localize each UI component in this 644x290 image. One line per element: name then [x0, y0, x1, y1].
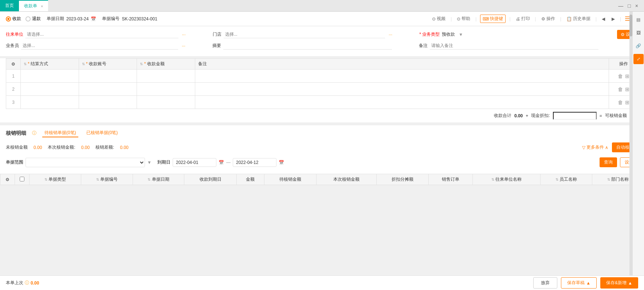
filter-row: 单据范围 ▼ 到期日 📅 — 📅 查询 设置: [6, 154, 638, 170]
save-new-arrow-icon[interactable]: ▲: [628, 281, 632, 286]
save-draft-label: 保存草稿: [567, 280, 585, 286]
row1-account[interactable]: [79, 70, 137, 83]
row3-note[interactable]: [195, 96, 609, 109]
refund-radio[interactable]: 退款: [25, 16, 41, 22]
shortcut-btn[interactable]: ⌨ 快捷键: [480, 15, 506, 23]
table-row: 2 🗑 ⊞: [6, 83, 638, 96]
available-label: 可核销金额: [605, 113, 627, 119]
maximize-icon[interactable]: □: [628, 3, 631, 9]
row1-copy-icon[interactable]: ⊞: [625, 73, 629, 79]
date-value[interactable]: 2023-03-24: [66, 16, 89, 21]
more-conditions-btn[interactable]: ▽ 更多条件 ∧: [582, 144, 608, 150]
row3-copy-icon[interactable]: ⊞: [625, 99, 629, 105]
recon-header: 核销明细 ⓘ 待核销单据(0笔) 已核销单据(0笔): [6, 129, 638, 137]
save-new-label: 保存&新增: [606, 280, 627, 286]
discard-btn[interactable]: 放弃: [533, 277, 557, 289]
bottom-th-sales-order: 销售订单: [429, 174, 473, 185]
right-expand-icon[interactable]: ⤢: [633, 54, 644, 64]
bottom-th-checkbox[interactable]: [15, 174, 30, 185]
scope-dropdown-icon[interactable]: ▼: [147, 160, 152, 165]
store-input[interactable]: [224, 31, 385, 38]
save-new-btn[interactable]: 保存&新增 ▲: [600, 277, 638, 289]
print-icon: 🖨: [516, 16, 520, 21]
store-more-icon[interactable]: ···: [389, 32, 392, 37]
right-panel: ▤ 🖼 🔗 ⤢: [632, 12, 644, 290]
row2-account[interactable]: [79, 83, 137, 96]
recon-info-icon[interactable]: ⓘ: [32, 130, 36, 136]
salesman-input[interactable]: [21, 42, 178, 50]
row3-delete-icon[interactable]: 🗑: [618, 99, 623, 105]
help-btn[interactable]: ⊙ 帮助: [455, 15, 472, 23]
right-image-icon[interactable]: 🖼: [633, 28, 644, 38]
row2-note[interactable]: [195, 83, 609, 96]
right-table-icon[interactable]: ▤: [633, 15, 644, 25]
settings-icon: ⚙: [621, 32, 625, 37]
row2-settlement[interactable]: [21, 83, 79, 96]
recon-title: 核销明细: [6, 130, 26, 137]
print-btn[interactable]: 🖨 打印: [514, 15, 531, 23]
completed-tab[interactable]: 已核销单据(0笔): [84, 129, 120, 137]
date-from-input[interactable]: [173, 158, 216, 167]
select-all-checkbox[interactable]: [20, 177, 24, 181]
receipt-radio[interactable]: 收款: [6, 16, 21, 22]
th-amount: ⇅ * 收款金额: [137, 59, 195, 70]
date-from-calendar-icon[interactable]: 📅: [219, 160, 224, 165]
row3-amount[interactable]: [137, 96, 195, 109]
window-close-icon[interactable]: ×: [635, 3, 638, 9]
history-btn[interactable]: 📋 历史单据: [565, 15, 592, 23]
shortcut-label: 快捷键: [490, 16, 503, 22]
tab-close-icon[interactable]: ×: [41, 4, 43, 8]
pending-tab[interactable]: 待核销单据(0笔): [42, 129, 78, 137]
tab-receipt[interactable]: 收款单 ×: [19, 0, 48, 11]
row2-amount[interactable]: [137, 83, 195, 96]
row2-delete-icon[interactable]: 🗑: [618, 86, 623, 92]
scope-select[interactable]: [25, 158, 145, 167]
operation-btn[interactable]: ⚙ 操作: [540, 15, 557, 23]
nav-next-btn[interactable]: ▶: [610, 16, 616, 22]
list-icon[interactable]: ☰: [625, 15, 630, 22]
number-value[interactable]: SK-20230324-001: [122, 16, 157, 21]
date-to-calendar-icon[interactable]: 📅: [279, 160, 284, 165]
summary-input[interactable]: [223, 42, 392, 50]
salesman-more-icon[interactable]: ···: [182, 43, 185, 48]
scrollbar-track[interactable]: [629, 12, 632, 275]
business-type-dropdown-icon[interactable]: ▼: [459, 32, 463, 37]
more-conditions-label: 更多条件: [586, 144, 604, 150]
bottom-th-gear[interactable]: ⚙: [0, 174, 15, 185]
query-btn[interactable]: 查询: [600, 157, 617, 167]
right-link-icon[interactable]: 🔗: [633, 41, 644, 51]
nav-prev-btn[interactable]: ◀: [600, 16, 606, 22]
row1-amount[interactable]: [137, 70, 195, 83]
note-input[interactable]: [430, 42, 598, 50]
save-draft-arrow-icon[interactable]: ▲: [586, 281, 590, 286]
row2-copy-icon[interactable]: ⊞: [625, 86, 629, 92]
row3-index: 3: [6, 96, 21, 109]
footer-buttons: 放弃 保存草稿 ▲ 保存&新增 ▲: [533, 277, 638, 289]
row3-account[interactable]: [79, 96, 137, 109]
discount-input[interactable]: [553, 112, 597, 119]
save-draft-btn[interactable]: 保存草稿 ▲: [561, 277, 597, 289]
table-gear-th[interactable]: ⚙: [6, 59, 21, 70]
bottom-th-current: 本次核销金额: [316, 174, 376, 185]
row1-settlement[interactable]: [21, 70, 79, 83]
partner-label: 往来单位: [6, 31, 23, 38]
scrollbar-thumb[interactable]: [629, 15, 632, 36]
reconciliation-section: 核销明细 ⓘ 待核销单据(0笔) 已核销单据(0笔) 未核销金额 0.00 本次…: [0, 125, 644, 174]
data-table-container: ⚙ ⇅ * 结算方式 ⇅ * 收款账号 ⇅ * 收款金额 备注: [0, 58, 644, 109]
partner-more-icon[interactable]: ···: [182, 32, 186, 37]
bottom-table: ⚙ ⇅ 单据类型 ⇅ 单据编号 ⇅ 单据日期 收款到期日: [0, 174, 644, 185]
scope-label: 单据范围: [6, 159, 23, 165]
footer-info-icon[interactable]: ⓘ: [25, 280, 29, 286]
due-date-label: 到期日: [157, 159, 170, 165]
row1-delete-icon[interactable]: 🗑: [618, 73, 623, 79]
tab-home[interactable]: 首页: [0, 0, 19, 11]
date-calendar-icon[interactable]: 📅: [91, 16, 96, 21]
calc-row: 收款合计 0.00 + 现金折扣: = 可核销金额 0.00: [0, 109, 644, 122]
date-to-input[interactable]: [233, 158, 276, 167]
video-btn[interactable]: ⊙ 视频: [431, 15, 447, 23]
diff-value: 0.00: [120, 145, 128, 150]
row1-note[interactable]: [195, 70, 609, 83]
minimize-icon[interactable]: —: [618, 3, 623, 9]
row3-settlement[interactable]: [21, 96, 79, 109]
partner-input[interactable]: [25, 31, 178, 38]
